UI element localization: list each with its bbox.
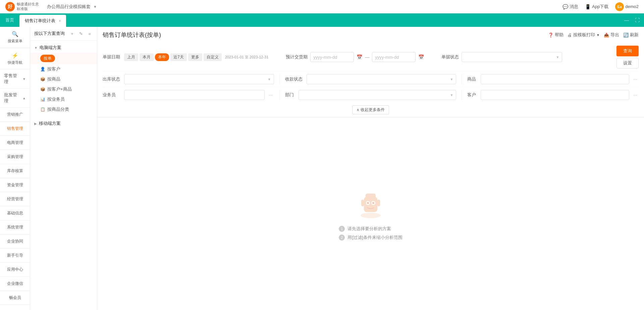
expected-date-start[interactable]: [310, 52, 354, 62]
salesperson-icon: 📊: [40, 97, 45, 102]
svg-rect-2: [366, 194, 376, 199]
tree-child-by-customer[interactable]: 👤 按客户: [30, 64, 97, 74]
customer-more-icon[interactable]: ···: [632, 92, 639, 98]
tab-home[interactable]: 首页: [0, 13, 19, 27]
sidebar-item-system[interactable]: 系统管理: [0, 220, 30, 235]
customer-product-icon: 📦: [40, 87, 45, 92]
expected-date-group: 预计交货期 📅 — 📅: [286, 52, 424, 62]
sidebar-item-appstore[interactable]: 应用中心: [0, 263, 30, 277]
sidebar-item-ecommerce[interactable]: 电商管理: [0, 136, 30, 150]
export-btn[interactable]: 📤 导出: [604, 32, 619, 38]
status-label: 单据状态: [441, 54, 459, 60]
sidebar-item-marketing[interactable]: 营销推广: [0, 108, 30, 122]
sidebar-item-finance[interactable]: 资金管理: [0, 178, 30, 192]
tree-child-by-customer-product[interactable]: 📦 按客户+商品: [30, 84, 97, 94]
payment-group: 收款状态 ▼: [285, 74, 457, 84]
left-panel-header: 按以下方案查询 + ✎ «: [30, 27, 97, 41]
status-arrow-icon: ▼: [556, 55, 559, 59]
date-btn-this-month[interactable]: 本月: [140, 53, 154, 61]
settings-btn[interactable]: 设置: [616, 58, 639, 68]
tab-close-icon[interactable]: ×: [59, 19, 61, 23]
query-btn[interactable]: 查询: [616, 46, 639, 56]
sidebar-item-newbie[interactable]: 新手引导: [0, 249, 30, 263]
delivery-arrow-icon: ▼: [268, 78, 271, 81]
payment-select[interactable]: ▼: [307, 74, 457, 84]
query-actions: 查询 设置: [616, 46, 639, 68]
sidebar-item-quicknav[interactable]: ⚡ 快捷导航: [0, 48, 30, 69]
empty-tip-1: 1 请先选择要分析的方案: [339, 226, 402, 232]
customer-label: 客户: [467, 92, 478, 98]
delivery-select[interactable]: ▼: [124, 74, 274, 84]
tip-num-1: 1: [339, 226, 345, 232]
sidebar-item-inventory[interactable]: 库存核算: [0, 164, 30, 178]
sidebar-item-operations[interactable]: 经营管理: [0, 192, 30, 206]
collapse-panel-btn[interactable]: «: [86, 30, 93, 37]
refresh-btn[interactable]: 🔄 刷新: [623, 32, 639, 38]
collapse-more-btn[interactable]: ∧ 收起更多条件: [352, 105, 389, 114]
sidebar-item-base[interactable]: 基础信息: [0, 206, 30, 220]
message-btn[interactable]: 💬 消息: [562, 4, 578, 10]
wholesale-arrow-icon: ▲: [22, 96, 26, 100]
tree-child-by-category[interactable]: 📋 按商品分类: [30, 104, 97, 114]
salesperson-input[interactable]: [124, 90, 265, 100]
date-btn-custom[interactable]: 自定义: [204, 53, 222, 61]
svg-point-0: [361, 213, 381, 218]
salesperson-more-icon[interactable]: ···: [267, 92, 274, 98]
message-icon: 💬: [562, 4, 568, 9]
status-select[interactable]: ▼: [462, 52, 562, 62]
sidebar-item-search[interactable]: 🔍 搜索菜单: [0, 27, 30, 48]
page-actions: ❓ 帮助 🖨 按模板打印 ▼ 📤 导出 🔄 刷新: [548, 32, 639, 38]
date-btn-last-month[interactable]: 上月: [124, 53, 138, 61]
left-panel-tools: + ✎ «: [69, 30, 93, 37]
avatar: Ea: [615, 2, 624, 11]
print-btn[interactable]: 🖨 按模板打印 ▼: [568, 32, 600, 38]
goods-group: 商品 ···: [467, 74, 639, 84]
tree-parent-mobile[interactable]: ▶ 移动端方案: [30, 118, 97, 128]
content-area: 销售订单统计表(按单) ❓ 帮助 🖨 按模板打印 ▼ 📤 导出: [97, 27, 644, 310]
sidebar-item-sales[interactable]: 销售管理: [0, 122, 30, 136]
tree-child-by-salesperson[interactable]: 📊 按业务员: [30, 94, 97, 104]
date-range-display: 2023-01-01 至 2023-12-31: [225, 55, 269, 60]
svg-point-5: [367, 202, 369, 204]
tab-minimize-btn[interactable]: —: [623, 16, 631, 24]
sidebar-item-weixin[interactable]: 企业微信: [0, 277, 30, 291]
app-download-btn[interactable]: 📱 App下载: [585, 4, 608, 10]
dept-label: 部门: [285, 92, 296, 98]
search-icon: 🔍: [12, 31, 18, 37]
tab-sales-order[interactable]: 销售订单统计表 ×: [19, 15, 66, 27]
edit-scheme-btn[interactable]: ✎: [77, 30, 84, 37]
cal-icon-end[interactable]: 📅: [418, 54, 424, 60]
date-btn-7days[interactable]: 近7天: [170, 53, 187, 61]
help-btn[interactable]: ❓ 帮助: [548, 32, 564, 38]
collapse-bar[interactable]: ∧ 收起更多条件: [97, 103, 644, 117]
top-bar: 好 畅捷通好生意 标准版 办公用品行业模拟账套 ▼ 💬 消息 📱 App下载 E…: [0, 0, 644, 13]
sidebar-item-member[interactable]: 畅会员: [0, 291, 30, 305]
date-dash: —: [365, 55, 369, 60]
user-area[interactable]: Ea demo2: [615, 2, 639, 11]
filter-row-3: 业务员 ··· 部门 ▼ 客户 ···: [103, 87, 639, 103]
product-icon: 📦: [40, 77, 45, 82]
cal-icon-start[interactable]: 📅: [357, 54, 362, 60]
sidebar-item-retail[interactable]: 零售管理 ▼: [0, 69, 30, 89]
date-btn-more[interactable]: 更多: [188, 53, 202, 61]
sidebar-item-purchase[interactable]: 采购管理: [0, 150, 30, 164]
print-icon: 🖨: [568, 33, 572, 38]
date-btn-this-year[interactable]: 本年: [155, 53, 169, 61]
svg-rect-8: [377, 200, 380, 206]
empty-area: 1 请先选择要分析的方案 2 用[过滤]条件来缩小分析范围: [97, 117, 644, 310]
goods-input[interactable]: [481, 74, 629, 84]
tree-child-by-order[interactable]: 按单: [30, 53, 97, 64]
sidebar-item-enterprise[interactable]: 企业协同: [0, 235, 30, 249]
customer-input[interactable]: [481, 90, 629, 100]
tree-child-by-product[interactable]: 📦 按商品: [30, 74, 97, 84]
tree-parent-desktop[interactable]: ▼ 电脑端方案: [30, 43, 97, 53]
dept-select[interactable]: ▼: [299, 90, 457, 100]
tab-bar: 首页 销售订单统计表 × — ⛶: [0, 13, 644, 27]
goods-more-icon[interactable]: ···: [632, 76, 639, 82]
add-scheme-btn[interactable]: +: [69, 30, 75, 37]
tab-bar-right: — ⛶: [623, 16, 644, 24]
sidebar-item-wholesale[interactable]: 批发管理 ▲: [0, 89, 30, 108]
dept-group: 部门 ▼: [285, 90, 457, 100]
expected-date-end[interactable]: [372, 52, 416, 62]
tab-maximize-btn[interactable]: ⛶: [633, 16, 641, 24]
